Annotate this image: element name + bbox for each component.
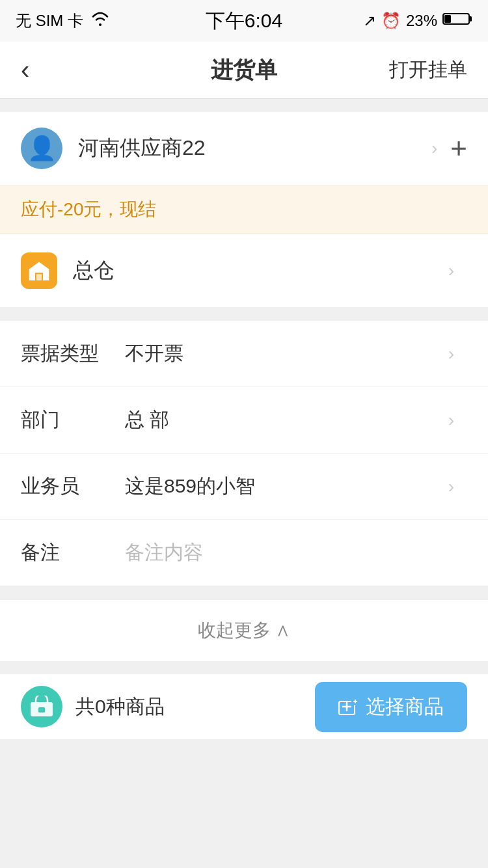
- notice-text: 应付-20元，现结: [21, 199, 156, 219]
- warehouse-chevron-icon: ›: [448, 260, 454, 281]
- supplier-chevron-icon: ›: [431, 138, 437, 159]
- battery-icon: [442, 12, 472, 30]
- invoice-type-chevron-icon: ›: [448, 344, 454, 364]
- notice-band: 应付-20元，现结: [0, 185, 488, 234]
- bottom-product-bar: 共0种商品 选择商品: [0, 674, 488, 739]
- nav-bar: ‹ 进货单 打开挂单: [0, 42, 488, 99]
- department-chevron-icon: ›: [448, 410, 454, 431]
- svg-rect-4: [36, 274, 42, 280]
- avatar-icon: 👤: [27, 135, 57, 162]
- bottom-gray-area: [0, 739, 488, 868]
- open-pending-button[interactable]: 打开挂单: [389, 57, 467, 83]
- product-count-label: 共0种商品: [75, 694, 315, 720]
- collapse-label: 收起更多 ∧: [198, 618, 291, 643]
- status-right: ↗ ⏰ 23%: [363, 12, 472, 30]
- warehouse-row[interactable]: 总仓 ›: [0, 234, 488, 308]
- select-product-button[interactable]: 选择商品: [315, 682, 467, 732]
- add-supplier-button[interactable]: +: [450, 134, 467, 163]
- department-value: 总 部: [112, 407, 448, 433]
- supplier-avatar: 👤: [21, 128, 62, 169]
- status-time: 下午6:04: [206, 8, 282, 34]
- carrier-label: 无 SIM 卡: [16, 10, 83, 31]
- wifi-icon: [91, 12, 109, 30]
- salesperson-chevron-icon: ›: [448, 476, 454, 497]
- invoice-type-row[interactable]: 票据类型 不开票 ›: [0, 321, 488, 387]
- salesperson-row[interactable]: 业务员 这是859的小智 ›: [0, 454, 488, 520]
- remark-input[interactable]: 备注内容: [112, 539, 467, 566]
- collapse-row[interactable]: 收起更多 ∧: [0, 599, 488, 661]
- svg-rect-6: [38, 707, 45, 712]
- svg-rect-2: [444, 15, 451, 23]
- salesperson-value: 这是859的小智: [112, 473, 448, 500]
- status-bar: 无 SIM 卡 下午6:04 ↗ ⏰ 23%: [0, 0, 488, 42]
- status-left: 无 SIM 卡: [16, 10, 109, 31]
- invoice-type-value: 不开票: [112, 340, 448, 367]
- supplier-row[interactable]: 👤 河南供应商22 › +: [0, 112, 488, 185]
- warehouse-name: 总仓: [73, 256, 448, 285]
- battery-label: 23%: [406, 12, 437, 30]
- department-row[interactable]: 部门 总 部 ›: [0, 387, 488, 454]
- supplier-section: 👤 河南供应商22 › + 应付-20元，现结 总仓 ›: [0, 112, 488, 308]
- remark-row[interactable]: 备注 备注内容: [0, 520, 488, 586]
- back-button[interactable]: ‹: [21, 55, 60, 85]
- department-label: 部门: [21, 407, 112, 433]
- salesperson-label: 业务员: [21, 473, 112, 500]
- separator-1: [0, 99, 488, 112]
- supplier-name: 河南供应商22: [78, 134, 431, 163]
- warehouse-icon: [21, 252, 57, 289]
- remark-label: 备注: [21, 539, 112, 566]
- form-section: 票据类型 不开票 › 部门 总 部 › 业务员 这是859的小智 › 备注 备注…: [0, 321, 488, 586]
- product-icon-wrap: [21, 686, 62, 727]
- location-icon: ↗: [363, 12, 376, 30]
- invoice-type-label: 票据类型: [21, 340, 112, 367]
- svg-rect-1: [469, 16, 472, 21]
- select-product-label: 选择商品: [366, 694, 444, 720]
- page-title: 进货单: [211, 55, 277, 85]
- alarm-icon: ⏰: [381, 12, 401, 30]
